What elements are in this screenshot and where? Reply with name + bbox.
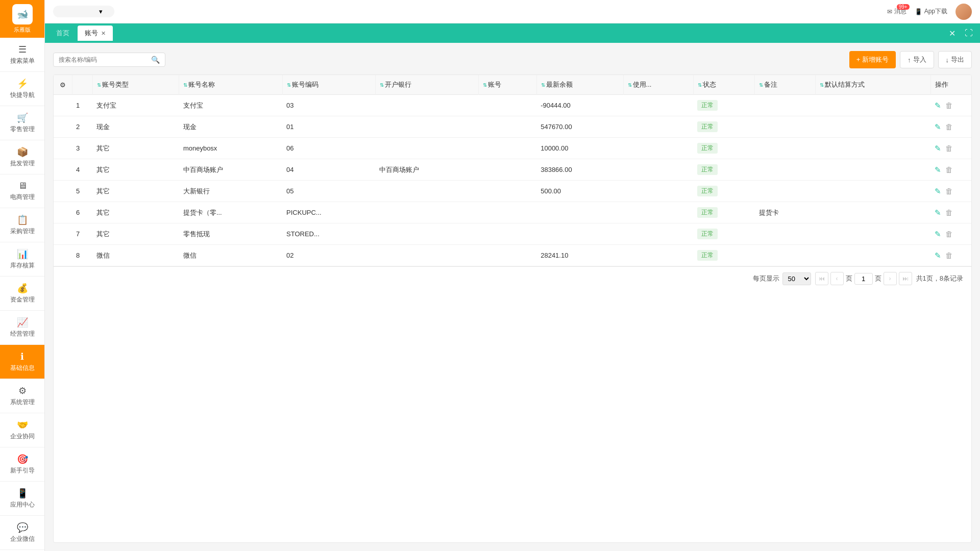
sidebar-item-label: 经营管理 [10, 330, 35, 338]
purchase-icon: 📋 [17, 214, 28, 226]
row-settings-cell [54, 245, 72, 266]
table-row: 2 现金 现金 01 547670.00 正常 ✎ 🗑 [54, 116, 971, 138]
col-usage[interactable]: ⇅使用... [623, 75, 693, 95]
row-bank [375, 95, 478, 116]
tab-close-icon[interactable]: ✕ [946, 28, 959, 39]
topbar-dropdown-icon[interactable]: ▾ [99, 8, 103, 15]
per-page-label: 每页显示 [753, 274, 779, 283]
sidebar-item-label: 企业微信 [10, 535, 35, 543]
col-balance[interactable]: ⇅最新余额 [536, 75, 623, 95]
next-page-button[interactable]: › [884, 272, 897, 285]
row-default-settlement [815, 116, 930, 138]
message-button[interactable]: ✉ 消息 99+ [887, 7, 906, 16]
row-remark: 提货卡 [755, 202, 815, 223]
sidebar-item-retail-mgmt[interactable]: 🛒 零售管理 [0, 106, 44, 140]
wholesale-icon: 📦 [17, 146, 28, 158]
row-settings-cell [54, 181, 72, 202]
page-input[interactable] [854, 273, 873, 285]
topbar-search-box[interactable]: ▾ [53, 6, 114, 17]
edit-button[interactable]: ✎ [935, 101, 941, 110]
row-balance: 500.00 [536, 181, 623, 202]
delete-button[interactable]: 🗑 [945, 122, 953, 131]
delete-button[interactable]: 🗑 [945, 230, 953, 238]
col-settings[interactable]: ⚙ [54, 75, 72, 95]
sidebar-item-app-center[interactable]: 📱 应用中心 [0, 482, 44, 516]
col-default-settlement[interactable]: ⇅默认结算方式 [815, 75, 930, 95]
sidebar-item-label: 资金管理 [10, 295, 35, 304]
sidebar-item-sys-mgmt[interactable]: ⚙ 系统管理 [0, 379, 44, 413]
edit-button[interactable]: ✎ [935, 251, 941, 260]
sidebar-item-basic-info[interactable]: ℹ 基础信息 [0, 345, 44, 379]
row-code: 04 [282, 159, 375, 181]
row-actions: ✎ 🗑 [930, 95, 971, 116]
first-page-button[interactable]: ⏮ [815, 272, 828, 285]
logo-text: 乐雁版 [14, 26, 31, 34]
edit-button[interactable]: ✎ [935, 230, 941, 239]
table-row: 5 其它 大新银行 05 500.00 正常 ✎ 🗑 [54, 181, 971, 202]
sidebar-item-enterprise-coop[interactable]: 🤝 企业协同 [0, 413, 44, 447]
avatar[interactable] [955, 4, 972, 20]
edit-button[interactable]: ✎ [935, 144, 941, 153]
page-go-label: 页 [875, 274, 881, 283]
sidebar-item-inventory[interactable]: 📊 库存核算 [0, 242, 44, 277]
sidebar-item-ops-mgmt[interactable]: 📈 经营管理 [0, 311, 44, 345]
export-button[interactable]: ↓ 导出 [938, 51, 972, 68]
sidebar-item-capital-mgmt[interactable]: 💰 资金管理 [0, 277, 44, 311]
sidebar: 🐋 乐雁版 ☰ 搜索菜单 ⚡ 快捷导航 🛒 零售管理 📦 批发管理 🖥 电商管理… [0, 0, 45, 551]
col-type[interactable]: ⇅账号类型 [92, 75, 179, 95]
last-page-button[interactable]: ⏭ [899, 272, 912, 285]
row-type: 其它 [92, 202, 179, 223]
tab-account-close[interactable]: ✕ [101, 30, 106, 37]
search-icon[interactable]: 🔍 [151, 56, 160, 64]
col-code[interactable]: ⇅账号编码 [282, 75, 375, 95]
col-bank[interactable]: ⇅开户银行 [375, 75, 478, 95]
delete-button[interactable]: 🗑 [945, 187, 953, 195]
row-default-settlement [815, 181, 930, 202]
tab-account[interactable]: 账号 ✕ [78, 26, 113, 41]
topbar-search-input[interactable] [58, 8, 99, 15]
add-account-button[interactable]: + 新增账号 [849, 51, 896, 68]
tabbar: 首页 账号 ✕ ✕ ⛶ [45, 23, 980, 43]
sidebar-item-wholesale-mgmt[interactable]: 📦 批发管理 [0, 140, 44, 174]
search-box[interactable]: 🔍 [53, 53, 165, 67]
settings-icon[interactable]: ⚙ [60, 81, 66, 89]
sidebar-item-label: 采购管理 [10, 227, 35, 236]
import-button[interactable]: ↑ 导入 [900, 51, 934, 68]
edit-button[interactable]: ✎ [935, 187, 941, 196]
row-usage [623, 138, 693, 159]
sidebar-item-quick-nav[interactable]: ⚡ 快捷导航 [0, 72, 44, 106]
delete-button[interactable]: 🗑 [945, 251, 953, 260]
delete-button[interactable]: 🗑 [945, 144, 953, 153]
row-remark [755, 159, 815, 181]
app-download-button[interactable]: 📱 App下载 [915, 7, 947, 16]
col-remark[interactable]: ⇅备注 [755, 75, 815, 95]
row-usage [623, 181, 693, 202]
col-status[interactable]: ⇅状态 [693, 75, 754, 95]
col-account[interactable]: ⇅账号 [478, 75, 536, 95]
delete-button[interactable]: 🗑 [945, 165, 953, 174]
row-balance: 383866.00 [536, 159, 623, 181]
basic-info-icon: ℹ [20, 351, 24, 362]
sidebar-item-search-menu[interactable]: ☰ 搜索菜单 [0, 38, 44, 72]
row-bank [375, 116, 478, 138]
delete-button[interactable]: 🗑 [945, 101, 953, 110]
delete-button[interactable]: 🗑 [945, 208, 953, 217]
edit-button[interactable]: ✎ [935, 208, 941, 217]
tab-home[interactable]: 首页 [49, 26, 77, 41]
quick-nav-icon: ⚡ [17, 78, 28, 89]
prev-page-button[interactable]: ‹ [830, 272, 844, 285]
sidebar-item-newbie-guide[interactable]: 🎯 新手引导 [0, 447, 44, 482]
search-input[interactable] [59, 56, 151, 63]
sidebar-item-ecommerce-mgmt[interactable]: 🖥 电商管理 [0, 174, 44, 208]
sidebar-item-enterprise-wechat[interactable]: 💬 企业微信 [0, 516, 44, 550]
row-code: STORED... [282, 223, 375, 245]
edit-button[interactable]: ✎ [935, 165, 941, 174]
tab-expand-icon[interactable]: ⛶ [962, 28, 976, 39]
per-page-select[interactable]: 50 100 [782, 272, 811, 285]
app-logo[interactable]: 🐋 乐雁版 [0, 0, 44, 38]
sidebar-item-label: 电商管理 [10, 193, 35, 202]
edit-button[interactable]: ✎ [935, 122, 941, 132]
logo-icon: 🐋 [12, 4, 33, 24]
sidebar-item-purchase-mgmt[interactable]: 📋 采购管理 [0, 208, 44, 242]
col-name[interactable]: ⇅账号名称 [179, 75, 282, 95]
